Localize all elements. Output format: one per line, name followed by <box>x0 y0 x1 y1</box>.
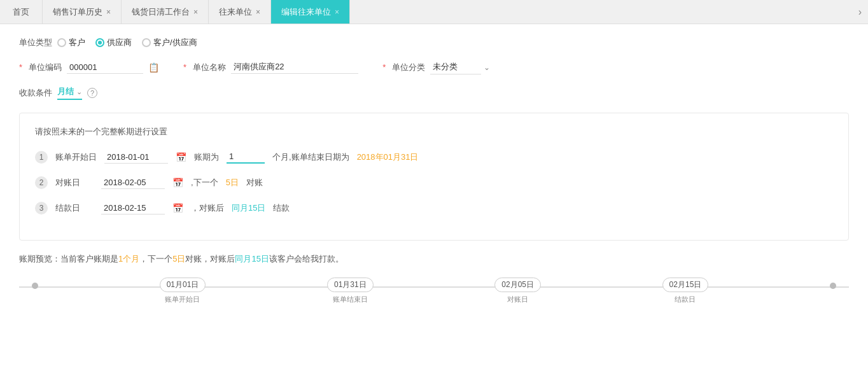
reconciliation-desc-suffix: 对账 <box>246 177 263 188</box>
unit-code-input[interactable] <box>67 61 143 74</box>
unit-name-required: * <box>183 62 186 72</box>
radio-customer-supplier-label: 客户/供应商 <box>153 37 197 48</box>
timeline-node-3: 02月05日 对账日 <box>494 278 541 304</box>
unit-type-row: 单位类型 客户 供应商 客户/供应商 <box>19 37 849 48</box>
unit-category-required: * <box>382 62 386 72</box>
unit-type-radio-group: 客户 供应商 客户/供应商 <box>57 37 197 48</box>
copy-icon[interactable]: 📋 <box>148 62 159 73</box>
timeline-start-dot <box>32 283 38 289</box>
radio-customer[interactable]: 客户 <box>57 37 85 48</box>
tab-partner-units-close[interactable]: × <box>256 8 260 17</box>
timeline-node-1-label: 账单开始日 <box>165 295 200 304</box>
radio-customer-supplier[interactable]: 客户/供应商 <box>142 37 197 48</box>
expand-tabs-button[interactable]: › <box>852 0 868 24</box>
tab-sales-order-history-close[interactable]: × <box>106 8 111 17</box>
setting-num-1: 1 <box>35 151 48 164</box>
tab-bar: 首页 销售订单历史 × 钱货日清工作台 × 往来单位 × 编辑往来单位 × › <box>0 0 868 24</box>
timeline-node-2: 01月31日 账单结束日 <box>327 278 374 304</box>
tab-sales-order-history[interactable]: 销售订单历史 × <box>43 0 122 24</box>
reconciliation-calendar-icon[interactable]: 📅 <box>172 178 183 188</box>
radio-supplier-circle <box>95 38 104 47</box>
unit-category-label: 单位分类 <box>392 62 425 73</box>
timeline-node-1: 01月01日 账单开始日 <box>160 278 206 304</box>
timeline-node-4-label: 结款日 <box>675 295 696 304</box>
period-end-date: 2018年01月31日 <box>357 151 419 163</box>
tab-cash-workbench-close[interactable]: × <box>193 8 198 17</box>
account-start-calendar-icon[interactable]: 📅 <box>176 152 186 162</box>
unit-category-value: 未分类 <box>430 60 481 74</box>
unit-code-required: * <box>19 62 22 72</box>
tab-home-label: 首页 <box>13 6 29 18</box>
payment-condition-select[interactable]: 月结 ⌄ <box>57 86 82 100</box>
radio-supplier[interactable]: 供应商 <box>95 37 132 48</box>
timeline-node-3-label: 对账日 <box>507 295 528 304</box>
preview-prefix: 账期预览：当前客户账期是 <box>19 254 118 264</box>
period-months-input[interactable] <box>227 150 265 164</box>
unit-category-dropdown[interactable]: 未分类 ⌄ <box>430 60 490 74</box>
unit-category-arrow-icon: ⌄ <box>484 63 490 72</box>
timeline-node-1-date: 01月01日 <box>160 278 206 292</box>
payment-date-input[interactable] <box>101 202 165 215</box>
radio-customer-circle <box>57 38 66 47</box>
payment-date-label: 结款日 <box>55 202 94 214</box>
payment-condition-value: 月结 <box>57 86 74 97</box>
help-icon[interactable]: ? <box>87 88 97 98</box>
timeline-container: 01月01日 账单开始日 01月31日 账单结束日 02月05日 对账日 02月… <box>19 278 849 304</box>
timeline-node-4: 02月15日 结款日 <box>662 278 709 304</box>
setting-num-2: 2 <box>35 176 48 189</box>
payment-desc-highlight: 同月15日 <box>232 202 265 214</box>
unit-code-row: * 单位编码 📋 * 单位名称 * 单位分类 未分类 ⌄ <box>19 60 849 74</box>
timeline-node-2-date: 01月31日 <box>327 278 374 292</box>
panel-title: 请按照未来的一个完整帐期进行设置 <box>35 126 833 137</box>
tab-partner-units[interactable]: 往来单位 × <box>209 0 271 24</box>
timeline-node-2-label: 账单结束日 <box>333 295 368 304</box>
timeline-node-3-date: 02月05日 <box>494 278 541 292</box>
main-content: 单位类型 客户 供应商 客户/供应商 * 单位编码 📋 * 单位名称 <box>0 24 868 387</box>
account-start-date-input[interactable] <box>104 151 168 164</box>
preview-date-hl: 5日 <box>172 254 185 264</box>
payment-calendar-icon[interactable]: 📅 <box>172 203 183 213</box>
payment-condition-row: 收款条件 月结 ⌄ ? <box>19 86 849 100</box>
preview-mid1: ，下一个 <box>139 254 172 264</box>
reconciliation-label: 对账日 <box>55 177 94 188</box>
reconciliation-date-input[interactable] <box>101 176 165 189</box>
period-unit-label: 个月,账单结束日期为 <box>272 151 349 163</box>
preview-mid2: 对账，对账后 <box>185 254 235 264</box>
tab-partner-units-label: 往来单位 <box>219 6 252 18</box>
unit-category-group: * 单位分类 未分类 ⌄ <box>382 60 490 74</box>
tab-edit-partner-unit-close[interactable]: × <box>335 8 339 17</box>
settings-panel: 请按照未来的一个完整帐期进行设置 1 账单开始日 📅 账期为 个月,账单结束日期… <box>19 113 849 241</box>
timeline-node-4-date: 02月15日 <box>662 278 709 292</box>
tab-edit-partner-unit-label: 编辑往来单位 <box>281 6 331 18</box>
unit-name-group: * 单位名称 <box>183 61 358 74</box>
preview-suffix: 该客户会给我打款。 <box>269 254 344 264</box>
account-start-label: 账单开始日 <box>55 151 97 163</box>
unit-code-group: * 单位编码 📋 <box>19 61 159 74</box>
reconciliation-desc-highlight: 5日 <box>226 177 239 188</box>
unit-name-label: 单位名称 <box>193 62 226 73</box>
timeline-end-dot <box>830 283 836 289</box>
tab-sales-order-history-label: 销售订单历史 <box>53 6 102 18</box>
reconciliation-desc-prefix: ,下一个 <box>191 177 218 188</box>
period-label: 账期为 <box>194 151 219 163</box>
payment-desc-prefix: ，对账后 <box>191 202 224 214</box>
tab-edit-partner-unit[interactable]: 编辑往来单位 × <box>271 0 350 24</box>
radio-customer-label: 客户 <box>69 37 85 48</box>
unit-name-input[interactable] <box>231 61 358 74</box>
preview-payment-hl: 同月15日 <box>235 254 269 264</box>
radio-customer-supplier-circle <box>142 38 151 47</box>
unit-type-label: 单位类型 <box>19 37 52 48</box>
tab-cash-workbench[interactable]: 钱货日清工作台 × <box>122 0 209 24</box>
unit-code-label: 单位编码 <box>29 62 62 73</box>
preview-period-hl: 1个月 <box>118 254 139 264</box>
setting-num-3: 3 <box>35 202 48 215</box>
radio-supplier-label: 供应商 <box>107 37 132 48</box>
setting-row-3: 3 结款日 📅 ，对账后 同月15日 结款 <box>35 202 833 215</box>
tab-home[interactable]: 首页 <box>0 0 43 24</box>
payment-desc-suffix: 结款 <box>273 202 290 214</box>
payment-condition-arrow-icon: ⌄ <box>76 88 82 96</box>
preview-text: 账期预览：当前客户账期是1个月，下一个5日对账，对账后同月15日该客户会给我打款… <box>19 253 849 265</box>
setting-row-1: 1 账单开始日 📅 账期为 个月,账单结束日期为 2018年01月31日 <box>35 150 833 164</box>
tab-cash-workbench-label: 钱货日清工作台 <box>132 6 190 18</box>
setting-row-2: 2 对账日 📅 ,下一个 5日 对账 <box>35 176 833 189</box>
